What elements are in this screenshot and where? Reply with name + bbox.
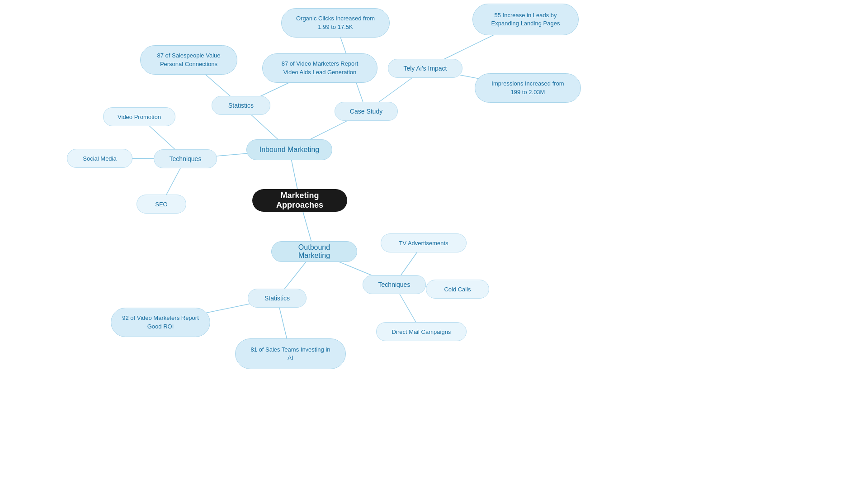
statistics-outbound-node[interactable]: Statistics: [248, 289, 307, 308]
tely-ai-label: Tely Ai's Impact: [403, 65, 447, 72]
statistics-inbound-label: Statistics: [228, 102, 254, 109]
case-study-node[interactable]: Case Study: [335, 102, 398, 121]
tv-ads-label: TV Advertisements: [399, 240, 448, 247]
inbound-marketing-node[interactable]: Inbound Marketing: [246, 139, 332, 160]
organic-clicks-label: Organic Clicks Increased from 1.99 to 17…: [296, 14, 375, 31]
center-node[interactable]: Marketing Approaches: [252, 189, 347, 212]
techniques-outbound-label: Techniques: [378, 281, 410, 288]
inbound-label: Inbound Marketing: [259, 146, 320, 154]
cold-calls-node[interactable]: Cold Calls: [426, 280, 489, 299]
social-media-label: Social Media: [83, 155, 116, 162]
case-study-label: Case Study: [350, 108, 382, 115]
stat87-video-label: 87 of Video Marketers Report Video Aids …: [282, 60, 359, 76]
increase-leads-label: 55 Increase in Leads by Expanding Landin…: [491, 11, 560, 28]
direct-mail-label: Direct Mail Campaigns: [392, 328, 451, 335]
statistics-inbound-node[interactable]: Statistics: [212, 96, 270, 115]
stat92-video-node[interactable]: 92 of Video Marketers Report Good ROI: [111, 308, 210, 337]
tely-ai-node[interactable]: Tely Ai's Impact: [388, 59, 462, 78]
impressions-node[interactable]: Impressions Increased from 199 to 2.03M: [475, 73, 581, 103]
stat87-salespeople-label: 87 of Salespeople Value Personal Connect…: [157, 52, 221, 68]
stat87-salespeople-node[interactable]: 87 of Salespeople Value Personal Connect…: [140, 45, 237, 75]
center-label: Marketing Approaches: [265, 191, 335, 210]
outbound-marketing-node[interactable]: Outbound Marketing: [271, 241, 357, 262]
seo-label: SEO: [155, 201, 167, 208]
impressions-label: Impressions Increased from 199 to 2.03M: [491, 80, 564, 96]
stat81-sales-node[interactable]: 81 of Sales Teams Investing in AI: [235, 338, 346, 369]
organic-clicks-node[interactable]: Organic Clicks Increased from 1.99 to 17…: [281, 8, 390, 38]
techniques-inbound-node[interactable]: Techniques: [154, 149, 217, 168]
techniques-outbound-node[interactable]: Techniques: [363, 275, 426, 294]
outbound-label: Outbound Marketing: [282, 243, 347, 260]
video-promotion-node[interactable]: Video Promotion: [103, 107, 175, 126]
video-promotion-label: Video Promotion: [118, 114, 161, 120]
cold-calls-label: Cold Calls: [444, 286, 471, 293]
seo-node[interactable]: SEO: [137, 195, 186, 214]
stat92-video-label: 92 of Video Marketers Report Good ROI: [122, 314, 199, 330]
social-media-node[interactable]: Social Media: [67, 149, 132, 168]
statistics-outbound-label: Statistics: [264, 295, 290, 302]
increase-leads-node[interactable]: 55 Increase in Leads by Expanding Landin…: [472, 4, 579, 35]
tv-advertisements-node[interactable]: TV Advertisements: [381, 233, 467, 252]
stat87-video-node[interactable]: 87 of Video Marketers Report Video Aids …: [262, 53, 377, 83]
direct-mail-node[interactable]: Direct Mail Campaigns: [376, 322, 467, 341]
stat81-sales-label: 81 of Sales Teams Investing in AI: [250, 346, 330, 362]
techniques-inbound-label: Techniques: [170, 155, 202, 162]
